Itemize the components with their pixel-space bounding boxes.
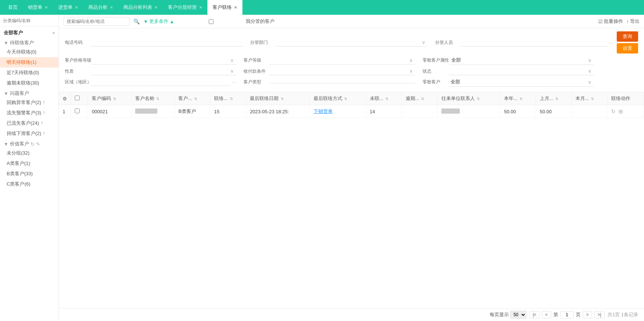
contact-method-link[interactable]: 下销货单 (314, 108, 333, 114)
td-last-contact-method[interactable]: 下销货单 (309, 105, 366, 118)
payment-field: 收付款条件 ∨ (244, 67, 415, 75)
main-layout: 🔍 全部客户 « ▼ 待联络客户 今天待联络(0) 明天待联络(1) 近7天待联… (0, 15, 644, 321)
nav-sales[interactable]: 销货单 ✕ (23, 0, 53, 15)
customer-type-select[interactable] (269, 81, 415, 83)
th-checkbox[interactable] (71, 92, 88, 105)
sidebar-item-overdue[interactable]: 逾期未联络(30) (0, 78, 59, 88)
my-customer-check[interactable] (178, 19, 244, 24)
th-uncontacted[interactable]: 未联... ⇅ (366, 92, 402, 105)
export-button[interactable]: ↑ 导出 (627, 18, 640, 25)
sidebar-item-today[interactable]: 今天待联络(0) (0, 47, 59, 57)
more-icon[interactable]: ··· (609, 40, 613, 45)
th-last-contact-date[interactable]: 最后联络日期 ⇅ (246, 92, 310, 105)
more-icon[interactable]: ··· (232, 79, 236, 85)
th-code[interactable]: 客户编码 ⇅ (88, 92, 132, 105)
phone-field: 电话号码 (65, 39, 243, 46)
close-icon[interactable]: ✕ (199, 5, 202, 10)
close-icon[interactable]: ✕ (45, 5, 48, 10)
th-this-month[interactable]: 本月... ⇅ (571, 92, 607, 105)
th-contact-person[interactable]: 往来单位联系人 ⇅ (437, 92, 500, 105)
value-edit-icon[interactable]: ✎ (36, 141, 40, 147)
zero-customer-select[interactable]: 全部 ∨ (448, 77, 594, 87)
sidebar-item-declining[interactable]: 持续下滑客户(2) ? (0, 128, 59, 139)
sort-icon: ⇅ (281, 97, 284, 101)
bulk-op-button[interactable]: ☑ 批量操作 (598, 18, 623, 25)
th-last-contact-method[interactable]: 最后联络方式 ⇅ (309, 92, 366, 105)
settings-button[interactable]: 设置 (617, 43, 638, 54)
td-contact-person (437, 105, 500, 118)
status-select[interactable]: ∨ (448, 67, 594, 75)
td-contact-count: 15 (210, 105, 246, 118)
chevron-down-icon: ∨ (409, 58, 413, 63)
prev-page-button[interactable]: < (542, 311, 551, 318)
price-level-field: 客户价格等级 ∨ (65, 56, 236, 65)
export-icon: ↑ (627, 19, 629, 24)
chevron-down-icon: ∨ (422, 39, 426, 45)
page-input[interactable] (560, 311, 574, 318)
nature-select[interactable]: ∨ (91, 67, 236, 75)
sidebar-item-c-class[interactable]: C类客户(6) (0, 179, 59, 189)
td-checkbox[interactable] (71, 105, 88, 118)
nav-home[interactable]: 首页 (3, 0, 23, 15)
nav-customer-tier[interactable]: 客户分层经营 ✕ (163, 0, 207, 15)
advanced-filter: 电话号码 分管部门 ∨ 分管人员 ··· (59, 28, 644, 92)
search-button[interactable]: 🔍 (133, 18, 140, 24)
sidebar-item-churn-warning[interactable]: 流失预警客户(3) ? (0, 108, 59, 118)
nav-product-analysis[interactable]: 商品分析 ✕ (83, 0, 118, 15)
th-last-month[interactable]: 上月... ⇅ (536, 92, 571, 105)
sort-icon: ⇅ (230, 97, 233, 101)
my-customer-checkbox[interactable]: 我分管的客户 (178, 18, 274, 25)
person-input[interactable] (461, 39, 608, 46)
sidebar-item-churned[interactable]: 已流失客户(24) ? (0, 118, 59, 128)
hint-icon: ? (41, 121, 43, 125)
query-button[interactable]: 查询 (617, 31, 638, 42)
pending-section-title: ▼ 待联络客户 (0, 38, 59, 47)
sidebar-item-repurchase-abnormal[interactable]: 回购异常客户(2) ? (0, 97, 59, 108)
adv-filter-row-2: 客户价格等级 ∨ 客户等级 ∨ 零散客户属性 (65, 56, 638, 65)
top-nav: 首页 销货单 ✕ 进货单 ✕ 商品分析 ✕ 商品分析列表 ✕ 客户分层经营 ✕ … (0, 0, 644, 15)
chevron-down-icon: ∨ (588, 79, 592, 85)
th-overdue[interactable]: 逾期... ⇅ (402, 92, 437, 105)
nav-product-analysis-list[interactable]: 商品分析列表 ✕ (118, 0, 163, 15)
action-icons: ↻ ⊞ (611, 108, 640, 114)
close-icon[interactable]: ✕ (154, 5, 158, 10)
close-icon[interactable]: ✕ (234, 5, 237, 10)
collapse-icon[interactable]: « (52, 30, 55, 35)
row-checkbox[interactable] (75, 108, 80, 113)
sidebar-item-b-class[interactable]: B类客户(33) (0, 169, 59, 179)
sort-icon: ⇅ (591, 97, 594, 101)
close-icon[interactable]: ✕ (110, 5, 113, 10)
grid-action-icon[interactable]: ⊞ (619, 108, 623, 114)
sidebar-item-7days[interactable]: 近7天待联络(0) (0, 68, 59, 78)
close-icon[interactable]: ✕ (75, 5, 78, 10)
th-name[interactable]: 客户名称 ⇅ (131, 92, 175, 105)
dept-select[interactable]: ∨ (276, 38, 428, 46)
nav-purchase[interactable]: 进货单 ✕ (53, 0, 83, 15)
th-gear[interactable]: ⚙ (59, 92, 71, 105)
first-page-button[interactable]: |< (529, 311, 540, 318)
sidebar-search-input[interactable] (3, 18, 58, 23)
payment-select[interactable]: ∨ (269, 67, 415, 75)
value-refresh-icon[interactable]: ↻ (31, 141, 35, 147)
sidebar-item-ungrouped[interactable]: 未分组(32) (0, 148, 59, 158)
refresh-action-icon[interactable]: ↻ (611, 108, 616, 114)
expand-icon: ▼ (4, 40, 8, 46)
more-filter-button[interactable]: ▼ 更多条件 ▲ (143, 18, 174, 25)
th-type[interactable]: 客户... ⇅ (175, 92, 210, 105)
sidebar-item-tomorrow[interactable]: 明天待联络(1) (0, 57, 59, 68)
search-input[interactable] (63, 17, 130, 26)
sidebar-item-a-class[interactable]: A类客户(1) (0, 158, 59, 169)
zero-retail-attr-select[interactable]: 全部 ∨ (449, 56, 594, 65)
phone-input[interactable] (91, 39, 243, 46)
price-level-select[interactable]: ∨ (91, 56, 236, 65)
next-page-button[interactable]: > (583, 311, 592, 318)
last-page-button[interactable]: >| (594, 311, 605, 318)
nav-customer-contact[interactable]: 客户联络 ✕ (207, 0, 242, 15)
sidebar: 🔍 全部客户 « ▼ 待联络客户 今天待联络(0) 明天待联络(1) 近7天待联… (0, 15, 59, 321)
region-input[interactable] (91, 78, 231, 86)
select-all-checkbox[interactable] (75, 96, 80, 100)
th-contact-count[interactable]: 联络... ⇅ (210, 92, 246, 105)
customer-level-select[interactable]: ∨ (269, 56, 415, 65)
th-this-year[interactable]: 本年... ⇅ (500, 92, 536, 105)
per-page-select[interactable]: 50 (510, 311, 526, 319)
